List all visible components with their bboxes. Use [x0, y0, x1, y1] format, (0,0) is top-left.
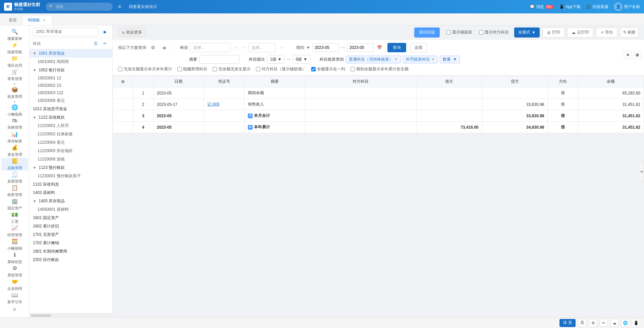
- sidebar-item-purchase[interactable]: 🛍 采购管理: [1, 118, 28, 130]
- tab-close-icon[interactable]: ✕: [42, 18, 47, 23]
- subject-input[interactable]: 选择...: [190, 43, 230, 52]
- tree-node-10020006[interactable]: 10020006 美元: [30, 96, 112, 105]
- query-btn[interactable]: 查询: [387, 43, 406, 52]
- online-service-btn[interactable]: 🎧 在线客服: [586, 4, 608, 10]
- sidebar-item-capital[interactable]: 💰 资金管理: [1, 144, 28, 157]
- refresh-btn[interactable]: ↻ 刷新: [620, 27, 639, 38]
- tree-node-1801[interactable]: 1801 长期待摊费用: [30, 247, 112, 256]
- subject-more-icon[interactable]: ···: [232, 44, 240, 51]
- demo-link[interactable]: 我要看实例演示: [129, 4, 157, 10]
- remove-normal-tag-btn[interactable]: ✕: [394, 57, 398, 62]
- tree-search-box[interactable]: 1001 库存现金: [33, 27, 98, 36]
- sidebar-item-cooperation[interactable]: 🤝 企业协同: [1, 278, 28, 291]
- tree-edit-icon[interactable]: ✏: [101, 40, 109, 48]
- notification-btn[interactable]: 💬 消息 99+: [530, 4, 554, 10]
- sidebar-item-retail[interactable]: 🛒 零售管理 ▼: [1, 69, 28, 86]
- remove-foreign-tag-btn[interactable]: ✕: [431, 57, 435, 62]
- tree-node-1403[interactable]: 1403 原材料: [30, 189, 112, 197]
- sidebar-item-wholesale[interactable]: 📦 批发管理 ▼: [1, 86, 28, 104]
- bottom-edit-icon[interactable]: ✏: [600, 319, 608, 327]
- bottom-globe-icon[interactable]: 🌐: [621, 319, 629, 327]
- tree-node-1405[interactable]: ▼ 1405 库存商品: [30, 197, 112, 205]
- subject-end-input[interactable]: 选择...: [249, 43, 275, 52]
- tab-detail[interactable]: 明细账 ✕: [22, 15, 52, 25]
- sidebar-item-guide[interactable]: 📖 新手引导: [1, 292, 28, 305]
- bottom-icon-1[interactable]: 英: [578, 319, 586, 327]
- print-btn[interactable]: 🖨 打印: [542, 27, 565, 38]
- lang-toggle-btn[interactable]: 译 英: [559, 319, 576, 327]
- tree-node-10020003[interactable]: 10020003 122: [30, 89, 112, 96]
- voucher-link[interactable]: 记-006: [207, 102, 219, 107]
- return-old-btn[interactable]: 退回旧版: [414, 27, 440, 38]
- tree-node-11220002[interactable]: 11220002 往来标签: [30, 130, 112, 138]
- bottom-cloud-icon[interactable]: ☁: [610, 319, 619, 327]
- checkbox-period-balance[interactable]: 期初余额显示本年累计发生额: [351, 66, 409, 72]
- tree-node-2202[interactable]: 2202 应付账款: [30, 256, 112, 264]
- top-search-box[interactable]: 🔍 搜索: [46, 3, 113, 11]
- tab-home[interactable]: 首页: [3, 15, 22, 25]
- tree-node-10020001[interactable]: 10020001 12: [30, 74, 112, 82]
- tree-node-1012[interactable]: 1012 其他货币资金: [30, 105, 112, 113]
- app-download-btn[interactable]: 📱 App下载: [559, 4, 581, 10]
- subject-end-more-icon[interactable]: ···: [277, 44, 285, 51]
- tree-node-11220001[interactable]: 11220001 人民币: [30, 122, 112, 130]
- expand-more-btn[interactable]: ∧ 收起更多: [118, 28, 146, 37]
- sidebar-item-ledger[interactable]: 📒 总账管理: [1, 158, 28, 171]
- sidebar-item-inventory[interactable]: 📊 库存核算: [1, 131, 28, 144]
- tree-node-1132[interactable]: 1132 应收利息: [30, 180, 112, 189]
- settings-btn[interactable]: 设置: [410, 43, 427, 52]
- tree-node-1001[interactable]: ▼ 1001 库存现金: [30, 49, 112, 58]
- summary-input[interactable]: [199, 55, 239, 64]
- tree-node-1122[interactable]: ▼ 1122 应收账款: [30, 113, 112, 122]
- sidebar-item-operations[interactable]: 📈 经营管理: [1, 225, 28, 238]
- close-panel-btn[interactable]: ✕: [624, 51, 632, 59]
- query-collapse-icon[interactable]: ◀: [160, 44, 168, 52]
- level-to-select[interactable]: 6级 ▼: [293, 55, 311, 64]
- tree-list-icon[interactable]: ☰: [92, 40, 100, 48]
- period-dropdown-icon[interactable]: ▼: [306, 45, 310, 50]
- sidebar-item-project[interactable]: 📁 项目合同: [1, 55, 28, 68]
- query-settings-icon[interactable]: ⚙: [149, 44, 157, 52]
- tree-node-1702[interactable]: 1702 累计摊销: [30, 239, 112, 247]
- sidebar-item-quick[interactable]: ⚡ 快捷导航: [1, 42, 28, 55]
- show-opposite-checkbox[interactable]: 显示对方科目: [479, 29, 509, 35]
- settings-icon[interactable]: ⚙: [115, 3, 123, 11]
- checkbox-opposite[interactable]: 对方科目（显示辅助项）: [256, 66, 306, 72]
- checkbox-no-balance[interactable]: 无余额无发生显示: [213, 66, 251, 72]
- sidebar-item-tax[interactable]: 📋 税务管理: [1, 185, 28, 197]
- tree-node-10010001[interactable]: 10010001 同同同: [30, 58, 112, 66]
- maximize-panel-btn[interactable]: ⊞: [633, 51, 641, 59]
- sidebar-item-salary[interactable]: 💵 工资: [1, 211, 28, 224]
- period-start-input[interactable]: [312, 43, 339, 52]
- sidebar-item-system[interactable]: ⚙ 系统管理: [1, 265, 28, 278]
- sidebar-item-base[interactable]: ℹ 基础信息: [1, 252, 28, 264]
- show-aux-checkbox[interactable]: 显示辅核算: [446, 29, 472, 35]
- col-settings[interactable]: ⚙: [113, 76, 133, 87]
- tree-node-1123[interactable]: ▼ 1123 预付账款: [30, 163, 112, 172]
- user-area[interactable]: 👤 用户名称: [614, 2, 640, 11]
- sidebar-item-assets[interactable]: 🏢 固定资产: [1, 198, 28, 211]
- tree-node-1701[interactable]: 1701 无形资产: [30, 231, 112, 239]
- tree-nav-right-btn[interactable]: ▶: [101, 28, 109, 36]
- level-from-select[interactable]: 1级 ▼: [267, 55, 285, 64]
- export-btn[interactable]: ↗ 导出: [596, 27, 618, 38]
- tree-node-1601[interactable]: 1601 固定资产: [30, 214, 112, 222]
- sidebar-item-sales-expense[interactable]: 🧮 小畅报销: [1, 238, 28, 251]
- period-end-input[interactable]: [347, 43, 374, 52]
- checkbox-no-occurrence[interactable]: 无发生额显示本月本年累计: [118, 66, 172, 72]
- bottom-settings-icon[interactable]: ⚙: [589, 319, 597, 327]
- checkbox-balance-one-col[interactable]: 余额显示在一列: [311, 66, 345, 72]
- tree-node-1602[interactable]: 1602 累计折旧: [30, 222, 112, 231]
- cloud-print-btn[interactable]: ☁ 云打印: [567, 27, 593, 38]
- sidebar-item-ecommerce[interactable]: 🌐 小畅电商: [1, 104, 28, 117]
- currency-btn[interactable]: 金额式 ▼: [514, 27, 540, 38]
- tree-node-1002[interactable]: ▼ 1002 银行存款: [30, 66, 112, 74]
- sidebar-settings-btn[interactable]: ⚙: [1, 305, 28, 315]
- tree-node-10020002[interactable]: 10020002 23: [30, 82, 112, 89]
- tree-node-11230001[interactable]: 11230001 预付账款美子: [30, 172, 112, 180]
- bottom-mobile-icon[interactable]: 📱: [632, 319, 640, 327]
- sidebar-item-search[interactable]: 🔍 搜索菜单: [1, 28, 28, 41]
- right-collapse-handle[interactable]: ◀: [639, 161, 644, 182]
- tree-node-14050001[interactable]: 14050001 原材料: [30, 205, 112, 214]
- tree-node-11220005[interactable]: 11220005 所在地区: [30, 147, 112, 155]
